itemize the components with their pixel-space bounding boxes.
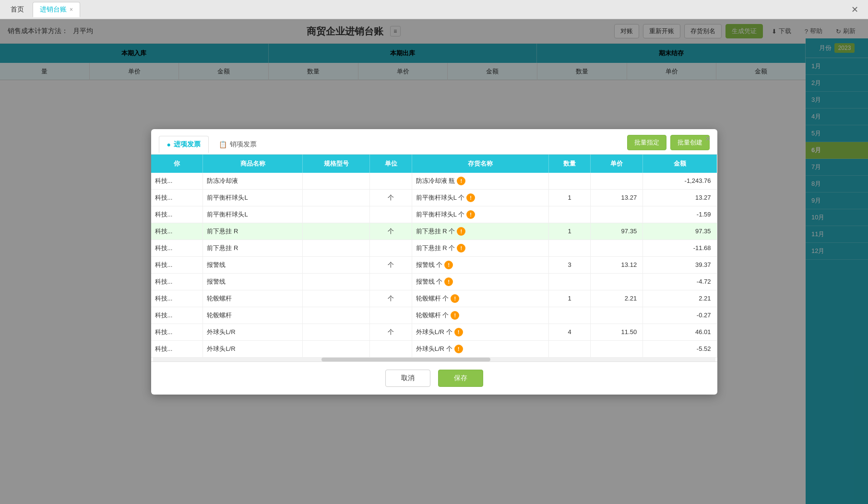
table-cell: 科技... [151,223,203,240]
table-row: 科技...报警线报警线 个!-4.72 [151,273,717,290]
tab-active-label: 进销台账 [40,5,67,14]
table-row: 科技...前平衡杆球头L前平衡杆球头L 个!-1.59 [151,206,717,223]
window-close-button[interactable]: ✕ [845,4,864,15]
table-cell [591,340,643,357]
table-cell: 外球头L/R [203,340,303,357]
table-cell: 轮毂螺杆 [203,290,303,307]
table-cell: 防冻冷却液 [203,173,303,190]
table-cell: 个 [370,189,412,206]
table-cell: 个 [370,223,412,240]
table-cell: 科技... [151,206,203,223]
warning-icon[interactable]: ! [457,244,465,252]
modal-close-button[interactable]: × [705,134,711,144]
warning-icon[interactable]: ! [466,193,475,202]
table-cell: 报警线 [203,273,303,290]
table-cell: 前下悬挂 R [203,223,303,240]
table-cell: 前平衡杆球头L [203,206,303,223]
batch-assign-button[interactable]: 批量指定 [627,135,666,150]
table-cell: 2.21 [643,290,717,307]
table-cell: -5.52 [643,340,717,357]
table-cell [303,173,370,190]
table-cell [303,206,370,223]
warning-icon[interactable]: ! [451,294,459,303]
table-cell: 外球头L/R 个! [412,324,548,340]
table-cell: 报警线 [203,256,303,273]
table-cell [548,206,590,223]
warning-icon[interactable]: ! [451,311,459,320]
table-cell: 个 [370,324,412,340]
table-cell [303,256,370,273]
sales-tab-label: 销项发票 [230,140,257,149]
batch-create-button[interactable]: 批量创建 [670,135,710,150]
table-cell [370,340,412,357]
table-cell: 科技... [151,307,203,324]
table-cell: 前平衡杆球头L 个! [412,206,548,223]
table-cell: 报警线 个! [412,273,548,290]
tab-bar: 首页 进销台账 × ✕ [0,0,868,19]
table-cell: 前下悬挂 R 个! [412,240,548,256]
table-cell: 个 [370,290,412,307]
table-cell [303,240,370,256]
th-amount: 金额 [643,155,717,173]
warning-icon[interactable]: ! [466,210,475,219]
table-cell [370,173,412,190]
warning-icon[interactable]: ! [454,328,463,336]
save-button[interactable]: 保存 [438,370,483,387]
table-cell [591,307,643,324]
warning-icon[interactable]: ! [444,277,453,286]
table-cell: 前平衡杆球头L 个! [412,189,548,206]
table-cell [303,223,370,240]
table-cell: 外球头L/R 个! [412,340,548,357]
tab-close-icon[interactable]: × [70,6,73,13]
modal-footer: 取消 保存 [151,361,717,395]
table-cell [303,290,370,307]
table-cell [370,273,412,290]
table-cell: 前下悬挂 R 个! [412,223,548,240]
th-company: 你 [151,155,203,173]
table-row: 科技...轮毂螺杆个轮毂螺杆 个!12.212.21 [151,290,717,307]
table-cell: 2.21 [591,290,643,307]
table-row: 科技...外球头L/R外球头L/R 个!-5.52 [151,340,717,357]
tab-income-invoice[interactable]: ● 进项发票 [159,136,209,153]
table-cell [303,307,370,324]
tab-sales-invoice[interactable]: 📋 销项发票 [211,136,265,153]
table-cell: -4.72 [643,273,717,290]
warning-icon[interactable]: ! [457,177,465,185]
table-cell: 97.35 [591,223,643,240]
table-cell: 科技... [151,240,203,256]
income-tab-icon: ● [167,141,171,148]
table-cell: 前下悬挂 R [203,240,303,256]
tab-active[interactable]: 进销台账 × [33,2,80,17]
warning-icon[interactable]: ! [454,345,463,353]
table-cell: 个 [370,256,412,273]
horizontal-scrollbar[interactable] [153,358,715,361]
table-row: 科技...前下悬挂 R个前下悬挂 R 个!197.3597.35 [151,223,717,240]
table-cell [548,273,590,290]
table-cell: 1 [548,189,590,206]
table-cell [303,340,370,357]
modal-table: 你 商品名称 规格型号 单位 存货名称 数量 单价 金额 科技...防冻冷却液防… [151,155,717,358]
scrollbar-thumb[interactable] [321,358,490,361]
tab-home[interactable]: 首页 [4,2,31,17]
table-cell [548,240,590,256]
warning-icon[interactable]: ! [457,227,465,236]
table-cell: 防冻冷却液 瓶! [412,173,548,190]
table-cell [548,173,590,190]
table-cell: 轮毂螺杆 个! [412,290,548,307]
table-cell [591,273,643,290]
table-cell: 报警线 个! [412,256,548,273]
modal-header-actions: 批量指定 批量创建 [627,135,710,154]
table-cell: 科技... [151,173,203,190]
table-cell: -0.27 [643,307,717,324]
table-cell: -11.68 [643,240,717,256]
table-cell: 科技... [151,290,203,307]
cancel-button[interactable]: 取消 [385,370,430,387]
table-cell: 4 [548,324,590,340]
table-cell: 97.35 [643,223,717,240]
table-cell: 科技... [151,340,203,357]
income-tab-label: 进项发票 [174,140,201,149]
table-header: 你 商品名称 规格型号 单位 存货名称 数量 单价 金额 [151,155,717,173]
table-cell [370,206,412,223]
warning-icon[interactable]: ! [444,261,453,269]
table-cell [548,340,590,357]
